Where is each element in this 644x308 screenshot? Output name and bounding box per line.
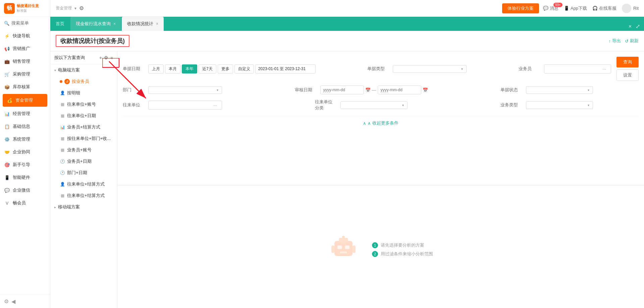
date-label: 单据日期 xyxy=(123,66,143,72)
refresh-button[interactable]: ↺ 刷新 xyxy=(625,38,639,44)
export-button[interactable]: ↑ 导出 xyxy=(609,38,621,44)
scheme-group-mobile-label: 移动端方案 xyxy=(58,204,80,210)
review-end-cal-icon[interactable]: 📅 xyxy=(423,88,428,93)
sidebar-item-sales[interactable]: 💼 销售管理 xyxy=(0,55,50,68)
online-service[interactable]: 🎧 在线客服 xyxy=(592,5,616,11)
counterpart-select[interactable]: ··· xyxy=(148,101,222,110)
salesman-select[interactable]: ··· xyxy=(544,64,611,73)
empty-tips: 1 请先选择要分析的方案 2 用过滤条件来缩小分析范围 xyxy=(372,242,433,257)
scheme-item-unit-date[interactable]: ▦ 往来单位+日期 xyxy=(50,110,117,121)
scheme-item-salesman-date[interactable]: 🕐 业务员+日期 xyxy=(50,156,117,167)
sidebar-item-hardware[interactable]: 📱 智能硬件 xyxy=(0,171,50,184)
tab-receipt-stats[interactable]: 收款情况统计 × xyxy=(122,17,164,31)
scheme-group-desktop-label: 电脑端方案 xyxy=(58,67,80,73)
scheme-settings-icon[interactable]: ⚙ xyxy=(104,55,108,60)
dept-label: 部门 xyxy=(123,87,143,93)
date-btn-last-month[interactable]: 上月 xyxy=(148,64,164,73)
scheme-add-icon[interactable]: + xyxy=(99,55,102,60)
sidebar-collapse-icon[interactable]: ◀ xyxy=(11,298,15,305)
tab-close-all[interactable]: × xyxy=(627,22,633,31)
sidebar-settings-icon[interactable]: ⚙ xyxy=(4,298,9,305)
tip-num-2: 2 xyxy=(372,251,378,257)
review-date-start[interactable] xyxy=(320,86,364,94)
voucher-status-select[interactable]: ▾ xyxy=(526,86,593,94)
tab-bank-flow[interactable]: 现金银行流水查询 × xyxy=(70,17,121,31)
query-button[interactable]: 查询 xyxy=(616,57,639,67)
tab-expand[interactable]: ⤢ xyxy=(634,22,641,31)
sidebar-item-system[interactable]: ⚙️ 系统管理 xyxy=(0,133,50,146)
sidebar-item-basic[interactable]: 📋 基础信息 xyxy=(0,120,50,133)
business-type-select[interactable]: ▾ xyxy=(526,101,593,109)
date-btn-this-year[interactable]: 本年 xyxy=(182,64,197,73)
scheme-group-mobile-header[interactable]: ▸ 移动端方案 xyxy=(50,201,117,213)
filter-container: 单据日期 上月 本月 本年 近7天 更多 自定义 2023-01-01 至 20… xyxy=(117,51,644,308)
review-start-cal-icon[interactable]: 📅 xyxy=(365,88,371,93)
counterpart-category-chevron: ▾ xyxy=(402,103,404,107)
app-download[interactable]: 📱 App下载 xyxy=(564,5,587,11)
filter-area: 单据日期 上月 本月 本年 近7天 更多 自定义 2023-01-01 至 20… xyxy=(117,51,644,185)
sidebar-item-quick-nav[interactable]: ⚡ 快捷导航 xyxy=(0,30,50,42)
user-area[interactable]: Rit xyxy=(622,4,639,13)
sidebar-item-enterprise[interactable]: 🤝 企业协同 xyxy=(0,146,50,158)
settings-button[interactable]: 设置 xyxy=(616,69,639,81)
sidebar-item-wechat[interactable]: 💬 企业微信 xyxy=(0,184,50,197)
query-action-col: 查询 设置 xyxy=(616,57,639,81)
by-detail-icon: 👤 xyxy=(60,90,65,96)
counterpart-category-select[interactable]: ▾ xyxy=(340,101,408,109)
scheme-item-salesman-account[interactable]: ▦ 业务员+账号 xyxy=(50,144,117,156)
filter-row-1: 单据日期 上月 本月 本年 近7天 更多 自定义 2023-01-01 至 20… xyxy=(123,57,639,81)
counterpart-more-icon[interactable]: ··· xyxy=(212,103,218,108)
page-content: 收款情况统计(按业务员) ↑ 导出 ↺ 刷新 按以下方案查询 xyxy=(50,31,644,308)
sidebar-item-marketing[interactable]: 📢 营销推广 xyxy=(0,42,50,55)
active-indicator xyxy=(60,80,62,83)
message-area[interactable]: 💬 消息 99+ xyxy=(543,5,558,11)
scheme-group-mobile: ▸ 移动端方案 xyxy=(50,201,117,213)
empty-content: 1 请先选择要分析的方案 2 用过滤条件来缩小分析范围 xyxy=(328,232,433,262)
sidebar-item-member[interactable]: V 畅会员 xyxy=(0,197,50,209)
dept-select[interactable]: ▾ xyxy=(148,86,222,94)
date-btn-this-month[interactable]: 本月 xyxy=(165,64,180,73)
sidebar-item-finance[interactable]: 💰 资金管理 xyxy=(3,94,47,107)
scheme-item-by-salesman[interactable]: ↺ 按业务员 xyxy=(50,76,117,87)
voucher-status-label: 单据状态 xyxy=(500,87,521,93)
scheme-item-dept-date[interactable]: 🕐 部门+日期 xyxy=(50,167,117,178)
salesman-more-icon[interactable]: ··· xyxy=(601,66,607,71)
sales-icon: 💼 xyxy=(4,58,10,64)
scheme-item-by-detail[interactable]: 👤 按明细 xyxy=(50,87,117,99)
review-date-end[interactable] xyxy=(378,86,421,94)
svg-rect-7 xyxy=(340,251,347,253)
scheme-item-unit-settle1[interactable]: 👤 往来单位+结算方式 xyxy=(50,178,117,190)
main-area: 资金管理 ▾ ⚙ 体验行业方案 💬 消息 99+ 📱 App下载 🎧 在线客服 … xyxy=(50,0,644,308)
inventory-icon: 📦 xyxy=(4,84,10,90)
top-bar-right: 💬 消息 99+ 📱 App下载 🎧 在线客服 Rit xyxy=(543,4,639,13)
date-btn-custom[interactable]: 自定义 xyxy=(234,64,254,73)
scheme-item-unit-account[interactable]: ▦ 往来单位+账号 xyxy=(50,99,117,110)
sidebar-item-purchase[interactable]: 🛒 采购管理 xyxy=(0,68,50,81)
sidebar-item-inventory[interactable]: 📦 库存核算 xyxy=(0,81,50,93)
date-btn-7days[interactable]: 近7天 xyxy=(199,64,216,73)
collapse-bar[interactable]: ∧ ∧ 收起更多条件 xyxy=(123,116,639,130)
date-btn-more[interactable]: 更多 xyxy=(218,64,233,73)
scheme-item-unit-dept-recv[interactable]: ▦ 按往来单位+部门+收... xyxy=(50,133,117,144)
review-date-label: 审核日期 xyxy=(295,87,315,93)
hardware-icon: 📱 xyxy=(4,174,10,181)
sidebar-item-operation[interactable]: 📊 经营管理 xyxy=(0,107,50,120)
logo-area: 畅 畅捷通好生意 标准版 xyxy=(0,0,50,17)
search-icon: 🔍 xyxy=(4,21,9,26)
tab-home[interactable]: 首页 xyxy=(50,17,70,31)
sidebar-item-guide[interactable]: 🎯 新手引导 xyxy=(0,158,50,171)
tab-bank-flow-close[interactable]: × xyxy=(113,21,116,26)
tab-receipt-stats-close[interactable]: × xyxy=(156,21,158,26)
scheme-group-toggle: ▾ xyxy=(54,68,56,72)
scheme-item-salesman-settle[interactable]: 📊 业务员+结算方式 xyxy=(50,121,117,133)
scheme-collapse-icon[interactable]: « xyxy=(110,55,113,60)
scheme-group-desktop-header[interactable]: ▾ 电脑端方案 xyxy=(50,64,117,76)
breadcrumb-chevron: ▾ xyxy=(74,6,76,11)
scheme-item-unit-settle2[interactable]: ▦ 往来单位+结算方式 xyxy=(50,190,117,201)
svg-rect-9 xyxy=(353,245,356,253)
trial-button[interactable]: 体验行业方案 xyxy=(502,3,539,13)
sidebar-search[interactable]: 🔍 搜索菜单 xyxy=(0,17,50,30)
voucher-type-select[interactable]: ▾ xyxy=(393,65,467,73)
system-icon: ⚙️ xyxy=(4,136,10,142)
settings-gear-icon[interactable]: ⚙ xyxy=(79,5,84,11)
